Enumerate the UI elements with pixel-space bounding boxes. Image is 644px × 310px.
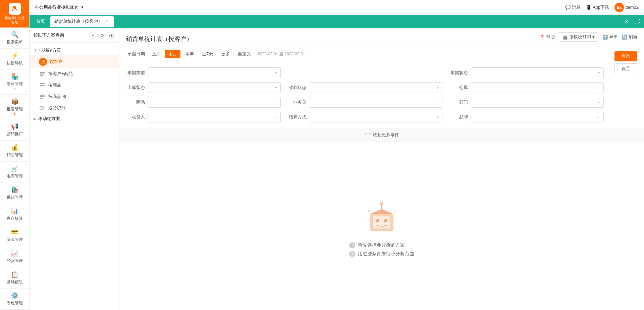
page-header: 销货单统计表（按客户） ❓ 帮助 🖨️ 按模板打印 ▾ ⬆️ 导出 [119,28,644,46]
date-tab-this-month[interactable]: 本月 [165,50,180,58]
sidebar: 畅捷通好生意 标版 🔍 搜索菜单 ⚡ 快捷导航 🏪 零售管理 ▼ 📦 批发管理 … [0,0,30,310]
sidebar-item-label: 零售管理 [7,82,23,87]
tree-child-return-stat[interactable]: 退货统计 [30,102,119,114]
date-range-display: 2023-03-01 至 2023-03-31 [258,51,305,57]
sidebar-item-label: 销售管理 [7,152,23,158]
sidebar-item-marketing[interactable]: 📢 营销推广 [0,119,29,141]
goods-dots: ··· [272,100,277,105]
salesperson-control[interactable]: ··· [309,97,442,108]
tab-sales-stat-label: 销货单统计表（按客户） [54,18,102,24]
main-area: 办公用品行业模拟账套 ▾ 💬 消息 📱 App下载 Ea demo2 首页 [30,0,644,310]
tree-child-by-customer[interactable]: 按 按客户 [30,55,119,68]
template-print-btn[interactable]: 🖨️ 按模板打印 ▾ [559,32,598,42]
department-control[interactable]: ▾ [471,97,604,108]
tree-child-by-customer-goods[interactable]: 按客户+商品 [30,68,119,80]
svg-rect-12 [373,216,390,228]
date-tab-this-year[interactable]: 本年 [182,50,197,58]
brand-control[interactable]: ··· [471,112,604,122]
help-btn[interactable]: ❓ 帮助 [539,34,555,40]
filter-grid-row4: 收货人 ··· 结算方式 ▾ 品牌 [119,108,644,128]
goods-control[interactable]: ··· [148,97,281,108]
page-content: 按以下方案查询 ＋ ⊙ ≪ ▼ 电脑端方案 按 按客户 [30,28,644,310]
sidebar-item-ecommerce[interactable]: 🛒 电商管理 [0,162,29,183]
app-download-label: App下载 [593,4,609,10]
settings-scheme-btn[interactable]: ⊙ [98,32,106,39]
sidebar-item-label: 采购管理 [7,195,23,200]
svg-point-19 [366,217,367,218]
refresh-btn[interactable]: 🔄 刷新 [622,34,637,40]
sidebar-item-system[interactable]: ⚙️ 系统管理 [0,289,29,310]
doc-status-control[interactable]: ▾ [471,67,604,78]
sidebar-item-label: 搜索菜单 [7,39,23,45]
payment-chevron: ▾ [437,115,439,119]
sidebar-item-retail[interactable]: 🏪 零售管理 ▼ [0,70,29,95]
settings-button[interactable]: 设置 [614,63,637,74]
sidebar-item-finance[interactable]: 💳 资金管理 [0,225,29,246]
scheme-icon-customer: 按 [39,58,47,66]
sales-icon: 💰 [11,144,18,151]
date-tab-custom[interactable]: 自定义 [234,50,254,58]
app-download-btn[interactable]: 📱 App下载 [586,4,609,10]
topbar-dropdown-btn[interactable]: ▾ [81,5,84,10]
user-profile[interactable]: Ea demo2 [614,3,639,12]
empty-state: ① 请先选择要分析的方案 ② 用过滤条件来缩小分析范围 [119,142,644,310]
purchase-icon: 🛍️ [11,186,18,194]
scheme-icon-goods [39,82,46,89]
tree-parent-mobile[interactable]: ▶ 移动端方案 [30,114,119,124]
date-tab-last-month[interactable]: 上月 [148,50,164,58]
sidebar-item-wholesale[interactable]: 📦 批发管理 ▲ [0,95,29,119]
help-label: 帮助 [546,34,555,40]
add-scheme-btn[interactable]: ＋ [89,32,96,39]
date-tab-last-7[interactable]: 近7天 [199,50,216,58]
sidebar-item-inventory[interactable]: 📊 库存核算 [0,204,29,225]
tab-close-all-btn[interactable]: ✕ [623,17,631,25]
sidebar-item-search[interactable]: 🔍 搜索菜单 [0,28,29,49]
tree-parent-label-desktop: 电脑端方案 [39,47,61,53]
sidebar-item-label: 批发管理 [7,106,23,112]
tree-child-label-return: 退货统计 [48,105,66,111]
user-name: demo2 [625,5,639,10]
tree-child-by-goods[interactable]: 按商品 [30,80,119,91]
collapse-more-btn[interactable]: ⌃⌃ 收起更多条件 [359,131,405,139]
receiver-control[interactable]: ··· [148,112,281,122]
tab-home-label: 首页 [36,18,45,24]
collapse-panel-btn[interactable]: ≪ [108,32,115,39]
salesperson-dots: ··· [434,100,439,105]
svg-rect-10 [40,107,43,109]
tab-expand-btn[interactable]: ⛶ [633,17,641,25]
collapse-arrow-icon: ⌃⌃ [364,133,372,138]
sidebar-item-label: 电商管理 [7,173,23,179]
warehouse-label: 仓库 [449,85,468,91]
sidebar-item-quick-nav[interactable]: ⚡ 快捷导航 [0,49,29,70]
message-btn[interactable]: 💬 消息 [565,4,581,10]
payment-control[interactable]: ▾ [309,112,442,122]
sidebar-item-sales[interactable]: 💰 销售管理 [0,141,29,162]
warehouse-control[interactable]: ··· [471,82,604,93]
receipt-status-control[interactable]: ▾ [309,82,442,93]
tab-home[interactable]: 首页 [32,16,49,27]
receipt-status-chevron: ▾ [437,86,439,90]
refresh-label: 刷新 [629,34,637,40]
tip-num-1: ① [349,242,355,248]
doc-status-chevron: ▾ [598,71,600,75]
tree-parent-desktop[interactable]: ▼ 电脑端方案 [30,45,119,55]
doc-type-control[interactable]: ▾ [148,67,281,78]
tab-close-btn[interactable]: × [104,19,110,24]
tip-num-2: ② [349,251,355,257]
date-tab-more[interactable]: 更多 [218,50,233,58]
action-buttons: 查询 设置 [614,51,637,74]
app-logo: 畅捷通好生意 标版 [0,0,29,28]
tab-sales-stat[interactable]: 销货单统计表（按客户） × [50,16,114,27]
out-status-control[interactable]: ▾ [148,82,281,93]
refresh-icon: 🔄 [622,35,627,40]
query-button[interactable]: 查询 [614,51,637,61]
app-download-icon: 📱 [586,5,591,10]
sidebar-item-basic[interactable]: 📋 基础信息 [0,267,29,289]
tree-child-by-goods-99[interactable]: 按商品99 [30,91,119,102]
export-btn[interactable]: ⬆️ 导出 [602,34,618,40]
sidebar-item-operations[interactable]: 📈 经营管理 [0,246,29,267]
goods-label: 商品 [126,99,145,105]
message-icon: 💬 [565,5,571,10]
empty-tip-2: ② 用过滤条件来缩小分析范围 [349,251,414,257]
sidebar-item-purchase[interactable]: 🛍️ 采购管理 [0,183,29,204]
